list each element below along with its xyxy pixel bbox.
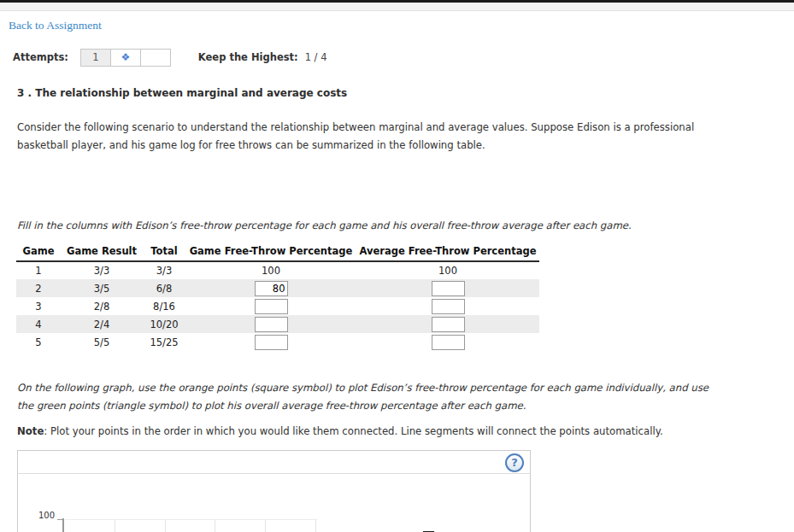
cell-game: 5 [16,333,61,351]
cell-result: 3/5 [61,279,143,297]
y-axis-label-100: 100 [38,511,55,520]
graph-tool-panel: ? 100 [17,450,531,532]
cell-game: 3 [16,297,61,315]
game-pct-input-row5[interactable] [255,335,288,350]
gridline-vertical [315,519,316,532]
cell-avg-pct-static: 100 [356,261,539,279]
cell-game: 4 [16,315,61,333]
avg-pct-input-row5[interactable] [432,335,465,350]
attempts-bar: Attempts: 1 ❖ Keep the Highest: 1 / 4 [13,48,794,67]
cell-total: 15/25 [143,333,185,351]
attempts-count-box: 1 [80,49,111,67]
cell-total: 6/8 [143,279,185,297]
cell-game-pct-static: 100 [185,261,356,279]
avg-pct-input-row3[interactable] [432,299,465,314]
avg-pct-input-row2[interactable] [432,281,465,296]
col-header-game: Game [16,243,61,261]
table-row: 4 2/4 10/20 [16,315,539,333]
cell-total: 8/16 [143,297,185,315]
col-header-total: Total [143,243,185,261]
cell-result: 3/3 [61,261,143,279]
plot-instruction-text: On the following graph, use the orange p… [17,379,714,415]
game-pct-input-row2[interactable] [255,281,288,296]
gridline-vertical [115,519,115,532]
cell-total: 3/3 [143,261,185,279]
table-row: 3 2/8 8/16 [16,297,539,315]
table-row: 2 3/5 6/8 [16,279,539,297]
keep-highest-label: Keep the Highest: [198,51,298,63]
cell-result: 5/5 [61,333,143,351]
cell-game: 2 [16,279,61,297]
graph-toolbar: ? [18,451,530,474]
gridline-vertical [215,519,215,532]
free-throw-table: Game Game Result Total Game Free-Throw P… [16,243,539,351]
attempts-label: Attempts: [13,51,68,63]
note-body: : Plot your points in the order in which… [44,425,662,437]
y-axis-line [62,518,64,532]
cell-game: 1 [16,261,61,279]
note-label: Note [17,425,44,437]
game-pct-input-row3[interactable] [255,299,288,314]
cell-result: 2/8 [61,297,143,315]
cell-total: 10/20 [143,315,185,333]
table-row: 1 3/3 3/3 100 100 [16,261,539,279]
avg-pct-input-row4[interactable] [432,317,465,332]
game-pct-input-row4[interactable] [255,317,288,332]
question-intro-text: Consider the following scenario to under… [17,119,699,155]
attempts-score-box: ❖ [110,49,141,67]
gridline-vertical [165,519,166,532]
attempts-empty-box [140,49,171,67]
back-to-assignment-link[interactable]: Back to Assignment [9,19,102,32]
question-title: 3 . The relationship between marginal an… [17,87,794,99]
table-row: 5 5/5 15/25 [16,333,539,351]
gridline-vertical [265,519,266,532]
help-icon[interactable]: ? [505,453,524,472]
cell-result: 2/4 [61,315,143,333]
keep-highest-value: 1 / 4 [305,51,327,63]
table-header-row: Game Game Result Total Game Free-Throw P… [16,243,539,261]
fill-instruction-text: Fill in the columns with Edison’s free-t… [17,219,794,231]
secondary-header-bar [0,3,794,11]
col-header-game-result: Game Result [61,243,143,261]
col-header-game-ft-pct: Game Free-Throw Percentage [185,243,356,261]
col-header-avg-ft-pct: Average Free-Throw Percentage [356,243,539,261]
note-text: Note: Plot your points in the order in w… [17,425,794,437]
diamond-score-icon: ❖ [121,52,130,62]
gridline-horizontal [65,519,317,520]
